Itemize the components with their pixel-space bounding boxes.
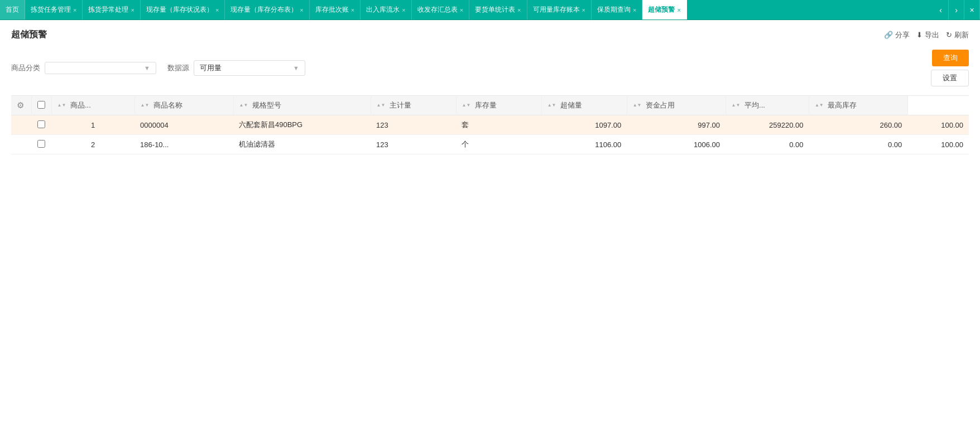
- sort-icon: ▲▼: [377, 103, 386, 108]
- tab-pick-task[interactable]: 拣货任务管理 ×: [25, 0, 83, 20]
- datasource-value: 可用量: [200, 63, 222, 73]
- col-setting-header: ⚙: [11, 96, 31, 115]
- tab-overstock[interactable]: 超储预警 ×: [642, 0, 686, 20]
- tab-pick-exception-close[interactable]: ×: [131, 7, 134, 13]
- col-capital-header[interactable]: ▲▼ 资金占用: [627, 96, 726, 115]
- tab-stock-batch-close[interactable]: ×: [351, 7, 354, 13]
- row-checkbox-0[interactable]: [37, 120, 45, 128]
- export-button[interactable]: ⬇ 导出: [916, 30, 939, 40]
- tab-inout-flow[interactable]: 出入库流水 ×: [361, 0, 411, 20]
- top-navigation: 首页 拣货任务管理 × 拣货异常处理 × 现存量（库存状况表） × 现存量（库存…: [0, 0, 980, 20]
- category-label: 商品分类: [11, 63, 40, 73]
- nav-next-button[interactable]: ›: [949, 0, 964, 20]
- nav-prev-button[interactable]: ‹: [933, 0, 949, 20]
- nav-more-button[interactable]: ×: [964, 0, 980, 20]
- col-product-code-header[interactable]: ▲▼ 商品...: [51, 96, 134, 115]
- tab-order-stat-label: 要货单统计表: [475, 5, 515, 14]
- datasource-select[interactable]: 可用量 ▼: [194, 60, 305, 76]
- col-unit-header[interactable]: ▲▼ 主计量: [371, 96, 456, 115]
- row-setting-0: [11, 115, 31, 135]
- col-stock-label: 库存量: [475, 101, 497, 109]
- tab-pick-task-close[interactable]: ×: [73, 7, 76, 13]
- tab-inventory-dist-close[interactable]: ×: [300, 7, 303, 13]
- row-setting-1: [11, 135, 31, 154]
- col-max-stock-header[interactable]: ▲▼ 最高库存: [809, 96, 907, 115]
- tab-inventory-status[interactable]: 现存量（库存状况表） ×: [141, 0, 225, 20]
- tab-order-stat-close[interactable]: ×: [517, 7, 521, 13]
- tab-recv-send[interactable]: 收发存汇总表 ×: [412, 0, 469, 20]
- datasource-filter: 数据源 可用量 ▼: [167, 60, 305, 76]
- row-unit-0: 套: [456, 115, 541, 135]
- select-all-checkbox[interactable]: [37, 101, 45, 109]
- query-button[interactable]: 查询: [932, 50, 969, 66]
- sort-icon: ▲▼: [732, 103, 741, 108]
- sort-icon: ▲▼: [57, 103, 66, 108]
- tab-home[interactable]: 首页: [0, 0, 25, 20]
- page-title: 超储预警: [11, 29, 47, 41]
- share-icon: 🔗: [884, 31, 893, 39]
- tab-home-label: 首页: [6, 5, 19, 14]
- tab-avail-stock-close[interactable]: ×: [582, 7, 585, 13]
- row-product-code-1: 186-10...: [134, 135, 233, 154]
- row-checkbox-cell-0: [31, 115, 51, 135]
- col-over-stock-label: 超储量: [560, 101, 582, 109]
- sort-icon: ▲▼: [633, 103, 642, 108]
- tab-pick-exception[interactable]: 拣货异常处理 ×: [83, 0, 140, 20]
- tab-inout-flow-label: 出入库流水: [366, 5, 400, 14]
- col-product-code-label: 商品...: [70, 101, 91, 109]
- row-index-0: 1: [51, 115, 134, 135]
- row-product-code-0: 0000004: [134, 115, 233, 135]
- row-spec-0: 123: [371, 115, 456, 135]
- sort-icon: ▲▼: [462, 103, 471, 108]
- tab-inout-flow-close[interactable]: ×: [402, 7, 405, 13]
- tab-avail-stock[interactable]: 可用量库存账本 ×: [527, 0, 592, 20]
- row-capital-1: 0.00: [726, 135, 809, 154]
- table-row: 1 0000004 六配套新昌490BPG 123 套 1097.00 997.…: [11, 115, 969, 135]
- row-checkbox-1[interactable]: [37, 140, 45, 148]
- tab-inventory-dist[interactable]: 现存量（库存分布表） ×: [225, 0, 309, 20]
- datasource-arrow-icon: ▼: [293, 65, 299, 71]
- row-max-stock-1: 100.00: [907, 135, 969, 154]
- col-avg-header[interactable]: ▲▼ 平均...: [726, 96, 809, 115]
- row-product-name-0: 六配套新昌490BPG: [233, 115, 371, 135]
- settings-gear-icon[interactable]: ⚙: [17, 100, 24, 110]
- tab-inventory-dist-label: 现存量（库存分布表）: [230, 5, 297, 14]
- row-stock-1: 1106.00: [541, 135, 627, 154]
- col-stock-header[interactable]: ▲▼ 库存量: [456, 96, 541, 115]
- tab-shelf-life[interactable]: 保质期查询 ×: [592, 0, 642, 20]
- refresh-button[interactable]: ↻ 刷新: [946, 30, 969, 40]
- tab-stock-batch-label: 库存批次账: [315, 5, 349, 14]
- col-capital-label: 资金占用: [646, 101, 675, 109]
- tab-pick-task-label: 拣货任务管理: [31, 5, 71, 14]
- share-button[interactable]: 🔗 分享: [884, 30, 910, 40]
- tab-inventory-status-close[interactable]: ×: [215, 7, 219, 13]
- row-over-stock-1: 1006.00: [627, 135, 726, 154]
- col-spec-header[interactable]: ▲▼ 规格型号: [233, 96, 371, 115]
- col-product-name-header[interactable]: ▲▼ 商品名称: [134, 96, 233, 115]
- page-container: 超储预警 🔗 分享 ⬇ 导出 ↻ 刷新 商品分类 ▼ 数据源: [0, 20, 980, 446]
- row-spec-1: 123: [371, 135, 456, 154]
- col-checkbox-header: [31, 96, 51, 115]
- settings-button[interactable]: 设置: [931, 70, 969, 86]
- page-header: 超储预警 🔗 分享 ⬇ 导出 ↻ 刷新: [11, 29, 969, 41]
- category-select[interactable]: ▼: [45, 62, 156, 74]
- col-avg-label: 平均...: [744, 101, 765, 109]
- sort-icon: ▲▼: [815, 103, 824, 108]
- tab-recv-send-close[interactable]: ×: [460, 7, 463, 13]
- filter-buttons: 查询 设置: [931, 50, 969, 86]
- row-avg-0: 260.00: [809, 115, 907, 135]
- tab-overstock-label: 超储预警: [648, 5, 675, 14]
- tab-overstock-close[interactable]: ×: [677, 7, 680, 13]
- tab-shelf-life-close[interactable]: ×: [633, 7, 636, 13]
- col-unit-label: 主计量: [390, 101, 411, 109]
- tab-stock-batch[interactable]: 库存批次账 ×: [310, 0, 361, 20]
- table-header-row: ⚙ ▲▼ 商品... ▲▼ 商品名称 ▲▼ 规格型号 ▲▼: [11, 96, 969, 115]
- row-max-stock-0: 100.00: [907, 115, 969, 135]
- row-product-name-1: 机油滤清器: [233, 135, 371, 154]
- share-label: 分享: [895, 30, 910, 40]
- nav-arrows: ‹ › ×: [933, 0, 980, 20]
- tab-order-stat[interactable]: 要货单统计表 ×: [469, 0, 527, 20]
- col-over-stock-header[interactable]: ▲▼ 超储量: [541, 96, 627, 115]
- category-filter: 商品分类 ▼: [11, 62, 156, 74]
- refresh-label: 刷新: [954, 30, 969, 40]
